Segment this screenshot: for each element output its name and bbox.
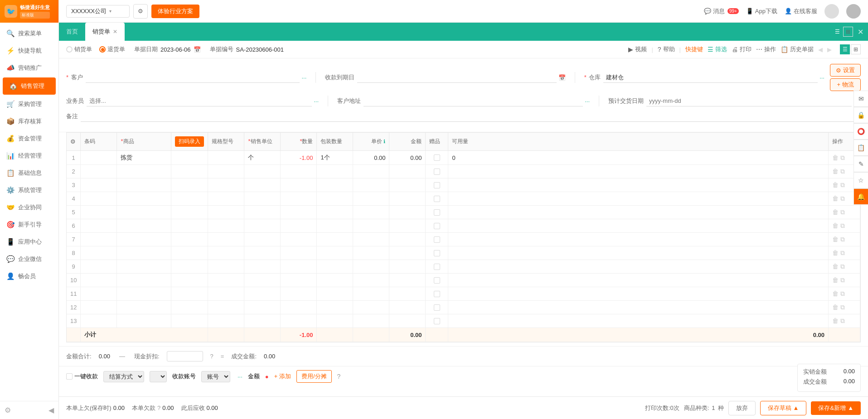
row-11-delete-icon[interactable]: 🗑 <box>832 290 839 298</box>
row-2-unit[interactable] <box>244 165 281 178</box>
float-btn-6[interactable]: ☆ <box>853 172 868 188</box>
sidebar-item-inventory[interactable]: 📦 库存核算 <box>0 113 58 130</box>
row-10-copy-icon[interactable]: ⧉ <box>840 276 845 284</box>
row-7-delete-icon[interactable]: 🗑 <box>832 236 839 243</box>
sales-order-radio[interactable]: 销货单 <box>66 45 92 53</box>
row-7-copy-icon[interactable]: ⧉ <box>840 236 845 243</box>
scan-btn[interactable]: 扫码录入 <box>175 136 204 147</box>
sidebar-item-member[interactable]: 👤 畅会员 <box>0 268 58 285</box>
warehouse-input[interactable] <box>603 72 818 83</box>
return-order-radio[interactable]: 退货单 <box>99 45 125 53</box>
salesperson-dots-icon[interactable]: ··· <box>314 98 319 105</box>
print-btn[interactable]: 🖨 打印 <box>732 45 752 53</box>
grid-view-btn[interactable]: ⊞ <box>843 27 853 37</box>
expense-split-button[interactable]: 费用/分摊 <box>296 370 332 383</box>
float-btn-4[interactable]: 📋 <box>853 140 868 156</box>
gift-checkbox-8[interactable] <box>434 250 440 256</box>
row-13-copy-icon[interactable]: ⧉ <box>840 317 845 325</box>
row-8-copy-icon[interactable]: ⧉ <box>840 249 845 257</box>
row-1-spec[interactable] <box>208 151 244 165</box>
sidebar-item-search[interactable]: 🔍 搜索菜单 <box>0 25 58 42</box>
customer-address-input[interactable] <box>364 96 583 106</box>
row-2-unit-price[interactable] <box>353 165 389 178</box>
expected-delivery-input[interactable] <box>646 96 852 106</box>
sidebar-item-basic[interactable]: 📋 基础信息 <box>0 164 58 182</box>
row-10-delete-icon[interactable]: 🗑 <box>832 276 839 284</box>
tab-home[interactable]: 首页 <box>59 23 85 41</box>
due-date-calendar-icon[interactable]: 📅 <box>558 74 566 81</box>
header-settings-button[interactable]: ⚙ <box>133 4 148 19</box>
row-2-gift[interactable] <box>426 165 448 178</box>
cash-discount-input[interactable] <box>167 351 203 361</box>
settings-icon[interactable]: ⚙ <box>5 406 11 414</box>
save-draft-button[interactable]: 保存草稿 ▲ <box>760 401 807 415</box>
filter-btn[interactable]: ☰ 筛选 <box>708 45 727 53</box>
operation-btn[interactable]: ⋯ 操作 <box>756 45 776 53</box>
settlement-method-select[interactable] <box>150 371 167 382</box>
sidebar-item-system[interactable]: ⚙️ 系统管理 <box>0 182 58 199</box>
row-1-qty[interactable]: -1.00 <box>281 151 317 165</box>
row-8-delete-icon[interactable]: 🗑 <box>832 249 839 257</box>
video-btn[interactable]: ▶ 视频 <box>628 45 647 53</box>
help-btn[interactable]: ? 帮助 <box>658 45 675 53</box>
float-btn-2[interactable]: 🔒 <box>853 107 868 123</box>
row-2-pack-qty[interactable] <box>317 165 353 178</box>
row-6-delete-icon[interactable]: 🗑 <box>832 222 839 230</box>
customer-dots-icon[interactable]: ··· <box>301 74 306 81</box>
row-1-delete-icon[interactable]: 🗑 <box>832 154 839 162</box>
col-config[interactable]: ⚙ <box>67 133 81 151</box>
message-button[interactable]: 💬 消息 99+ <box>704 7 739 15</box>
settings-button[interactable]: ⚙ 设置 <box>830 64 861 77</box>
gift-checkbox-3[interactable] <box>434 182 440 188</box>
tab-close-icon[interactable]: ✕ <box>113 29 117 35</box>
gift-checkbox-2[interactable] <box>434 169 440 175</box>
avatar[interactable] <box>824 4 839 19</box>
gift-checkbox-6[interactable] <box>434 223 440 229</box>
current-due-help-icon[interactable]: ? <box>157 405 160 411</box>
row-2-qty[interactable] <box>281 165 317 178</box>
row-9-delete-icon[interactable]: 🗑 <box>832 263 839 270</box>
row-1-barcode[interactable] <box>81 151 117 165</box>
sidebar-item-business[interactable]: 📊 经营管理 <box>0 147 58 164</box>
pay-checkbox-input[interactable] <box>66 373 73 380</box>
row-3-delete-icon[interactable]: 🗑 <box>832 181 839 189</box>
logistics-button[interactable]: + 物流 <box>830 78 861 91</box>
float-btn-3[interactable]: ⭕ <box>853 123 868 140</box>
float-btn-1[interactable]: ✉ <box>853 91 868 107</box>
row-1-product[interactable]: 拣货 <box>117 151 171 165</box>
card-view-btn[interactable]: ⊞ <box>851 44 861 54</box>
collapse-icon[interactable]: ◀ <box>48 406 54 414</box>
gift-checkbox-1[interactable] <box>434 154 440 161</box>
row-4-copy-icon[interactable]: ⧉ <box>840 195 845 202</box>
row-2-barcode[interactable] <box>81 165 117 178</box>
row-2-amount[interactable] <box>389 165 426 178</box>
warehouse-dots-icon[interactable]: ··· <box>820 74 824 81</box>
trial-button[interactable]: 体验行业方案 <box>151 5 199 18</box>
row-5-delete-icon[interactable]: 🗑 <box>832 208 839 216</box>
row-1-unit-price[interactable]: 0.00 <box>353 151 389 165</box>
due-date-input[interactable] <box>357 72 556 83</box>
sidebar-item-finance[interactable]: 💰 资金管理 <box>0 130 58 147</box>
help-circle-icon[interactable]: ? <box>210 353 213 360</box>
row-3-copy-icon[interactable]: ⧉ <box>840 181 845 189</box>
sidebar-item-quick-nav[interactable]: ⚡ 快捷导航 <box>0 42 58 59</box>
discard-button[interactable]: 放弃 <box>728 401 756 415</box>
salesperson-input[interactable] <box>87 96 312 106</box>
row-1-amount[interactable]: 0.00 <box>389 151 426 165</box>
one-click-pay-checkbox[interactable]: 一键收款 <box>66 372 98 380</box>
date-calendar-icon[interactable]: 📅 <box>194 46 201 53</box>
sidebar-item-purchase[interactable]: 🛒 采购管理 <box>0 96 58 113</box>
save-new-button[interactable]: 保存&新增 ▲ <box>811 401 861 415</box>
payment-help-icon[interactable]: ? <box>337 373 341 380</box>
gift-checkbox-10[interactable] <box>434 277 440 284</box>
customer-input[interactable] <box>86 72 300 83</box>
gift-checkbox-11[interactable] <box>434 291 440 297</box>
row-12-delete-icon[interactable]: 🗑 <box>832 303 839 311</box>
row-1-pack-qty[interactable]: 1个 <box>317 151 353 165</box>
float-btn-5[interactable]: ✎ <box>853 156 868 172</box>
list-view-btn[interactable]: ☰ <box>832 27 842 37</box>
row-2-delete-icon[interactable]: 🗑 <box>832 168 839 175</box>
gift-checkbox-12[interactable] <box>434 304 440 311</box>
add-payment-button[interactable]: + 添加 <box>274 372 291 380</box>
account-dots-icon[interactable]: ··· <box>238 373 242 380</box>
